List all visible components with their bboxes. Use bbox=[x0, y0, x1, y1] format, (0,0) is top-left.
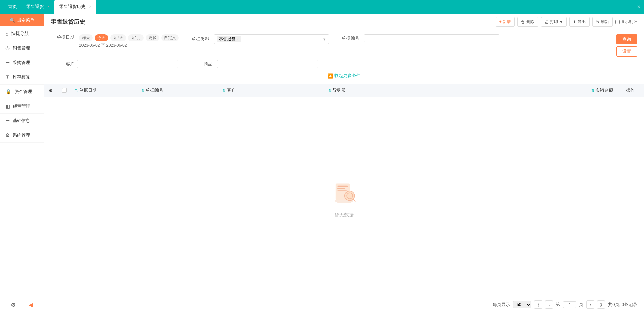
sidebar-item-purchase-mgmt[interactable]: ☰ 采购管理 bbox=[0, 55, 44, 70]
collapse-sidebar-icon[interactable]: ◀ bbox=[29, 302, 33, 308]
sidebar-item-operations[interactable]: ◧ 经营管理 bbox=[0, 99, 44, 114]
sidebar-label-sales-mgmt: 销售管理 bbox=[13, 45, 30, 51]
date-pill-1month[interactable]: 近1月 bbox=[128, 34, 144, 41]
th-customer[interactable]: ⇅ 客户 bbox=[219, 85, 324, 96]
tab-retail-return-history[interactable]: 零售退货历史 × bbox=[54, 0, 96, 14]
sidebar-search-label: 搜索菜单 bbox=[17, 17, 34, 23]
collapse-icon: 🔼 bbox=[328, 73, 333, 79]
tab-retail-return[interactable]: 零售退货 × bbox=[22, 0, 54, 14]
tab-retail-return-history-close[interactable]: × bbox=[89, 4, 91, 9]
page-number-input[interactable] bbox=[563, 301, 576, 308]
page-prev-button[interactable]: ‹ bbox=[545, 300, 553, 309]
table-header: ⚙ ⇅ 单据日期 ⇅ 单据编号 ⇅ 客户 ⇅ bbox=[44, 84, 644, 97]
th-operate-label: 操作 bbox=[626, 87, 635, 93]
settings-button[interactable]: 设置 bbox=[616, 46, 637, 57]
bill-no-input[interactable] bbox=[364, 34, 499, 42]
settings-gear-icon[interactable]: ⚙ bbox=[11, 302, 16, 308]
page-last-button[interactable]: ⟫ bbox=[597, 300, 605, 309]
sidebar-label-operations: 经营管理 bbox=[13, 103, 30, 109]
delete-button[interactable]: 🗑 删除 bbox=[517, 17, 538, 27]
tab-home-label: 首页 bbox=[8, 4, 17, 10]
select-all-checkbox[interactable] bbox=[62, 88, 67, 93]
sidebar: 🔍 搜索菜单 ⌂ 快捷导航 ◎ 销售管理 ☰ 采购管理 ⊞ 库存核算 🔒 资金管… bbox=[0, 14, 44, 312]
sidebar-item-basic-info[interactable]: ☰ 基础信息 bbox=[0, 114, 44, 128]
collapse-label: 收起更多条件 bbox=[334, 73, 361, 79]
export-label: 导出 bbox=[578, 19, 586, 25]
empty-text: 暂无数据 bbox=[335, 212, 354, 218]
bill-type-tag-close[interactable]: × bbox=[237, 37, 239, 41]
sort-guide-icon: ⇅ bbox=[329, 88, 332, 93]
th-spacer bbox=[406, 88, 560, 93]
main-layout: 🔍 搜索菜单 ⌂ 快捷导航 ◎ 销售管理 ☰ 采购管理 ⊞ 库存核算 🔒 资金管… bbox=[0, 14, 644, 312]
query-button[interactable]: 查询 bbox=[616, 34, 637, 44]
th-date[interactable]: ⇅ 单据日期 bbox=[71, 85, 138, 96]
date-pill-7days[interactable]: 近7天 bbox=[110, 34, 126, 41]
column-settings-icon[interactable]: ⚙ bbox=[49, 88, 53, 93]
content-area: 零售退货历史 + 新增 🗑 删除 🖨 打印 ▼ ⬆ bbox=[44, 14, 644, 312]
new-button[interactable]: + 新增 bbox=[496, 17, 515, 27]
page-next-button[interactable]: › bbox=[586, 300, 594, 309]
th-guide-label: 导购员 bbox=[333, 87, 346, 93]
th-checkbox[interactable] bbox=[57, 85, 71, 95]
tab-retail-return-close[interactable]: × bbox=[47, 4, 50, 9]
th-bill-no[interactable]: ⇅ 单据编号 bbox=[138, 85, 219, 96]
filter-row-1: 单据日期 昨天 今天 近7天 近1月 更多 自定义 2023-06-02 至 2… bbox=[51, 34, 637, 57]
tab-retail-return-label: 零售退货 bbox=[26, 4, 44, 10]
goods-input[interactable] bbox=[217, 60, 318, 68]
sidebar-item-sales-mgmt[interactable]: ◎ 销售管理 bbox=[0, 41, 44, 55]
window-close-button[interactable]: × bbox=[637, 3, 641, 10]
empty-state: 暂无数据 bbox=[44, 97, 644, 297]
toolbar-buttons: + 新增 🗑 删除 🖨 打印 ▼ ⬆ 导出 bbox=[496, 17, 637, 27]
th-customer-label: 客户 bbox=[227, 87, 236, 93]
export-icon: ⬆ bbox=[573, 20, 576, 24]
th-amount[interactable]: ⇅ 实销金额 bbox=[560, 85, 617, 96]
date-pills: 昨天 今天 近7天 近1月 更多 自定义 bbox=[79, 34, 179, 41]
th-settings[interactable]: ⚙ bbox=[44, 85, 57, 96]
date-pill-yesterday[interactable]: 昨天 bbox=[79, 34, 93, 41]
date-pill-today[interactable]: 今天 bbox=[95, 34, 108, 41]
filter-row-2: 客户 商品 bbox=[51, 60, 637, 68]
print-dropdown-icon: ▼ bbox=[559, 20, 563, 24]
page-end-label: 页 bbox=[579, 302, 583, 308]
display-detail-checkbox[interactable] bbox=[615, 20, 620, 24]
sidebar-search[interactable]: 🔍 搜索菜单 bbox=[0, 14, 44, 26]
query-button-label: 查询 bbox=[622, 37, 631, 42]
top-nav-bar: 首页 零售退货 × 零售退货历史 × × bbox=[0, 0, 644, 14]
th-amount-label: 实销金额 bbox=[595, 87, 613, 93]
inventory-icon: ⊞ bbox=[5, 74, 10, 80]
date-label: 单据日期 bbox=[51, 34, 74, 40]
filter-area: 单据日期 昨天 今天 近7天 近1月 更多 自定义 2023-06-02 至 2… bbox=[51, 31, 637, 84]
sidebar-item-finance[interactable]: 🔒 资金管理 bbox=[0, 85, 44, 99]
export-button[interactable]: ⬆ 导出 bbox=[569, 17, 590, 27]
bill-type-select[interactable]: 零售退货 × ▼ bbox=[214, 34, 329, 44]
date-pill-custom[interactable]: 自定义 bbox=[161, 34, 179, 41]
tab-retail-return-history-label: 零售退货历史 bbox=[59, 4, 86, 10]
print-button[interactable]: 🖨 打印 ▼ bbox=[541, 17, 567, 27]
sidebar-item-inventory[interactable]: ⊞ 库存核算 bbox=[0, 70, 44, 85]
collapse-row: 🔼 收起更多条件 bbox=[51, 69, 637, 80]
svg-rect-4 bbox=[337, 190, 347, 191]
svg-rect-2 bbox=[337, 186, 348, 187]
operations-icon: ◧ bbox=[5, 103, 10, 109]
refresh-button[interactable]: ↻ 刷新 bbox=[592, 17, 613, 27]
tab-home[interactable]: 首页 bbox=[3, 0, 22, 14]
customer-label: 客户 bbox=[51, 61, 74, 67]
date-range: 2023-06-02 至 2023-06-02 bbox=[79, 43, 179, 48]
per-page-select[interactable]: 50 100 200 bbox=[513, 301, 531, 308]
th-guide[interactable]: ⇅ 导购员 bbox=[325, 85, 406, 96]
print-label: 打印 bbox=[550, 19, 558, 25]
customer-input[interactable] bbox=[77, 60, 178, 68]
sidebar-item-system[interactable]: ⚙ 系统管理 bbox=[0, 128, 44, 143]
search-icon: 🔍 bbox=[9, 18, 15, 23]
sort-customer-icon: ⇅ bbox=[223, 88, 226, 93]
bill-type-tag: 零售退货 × bbox=[217, 36, 241, 42]
display-detail-toggle[interactable]: 显示明细 bbox=[615, 19, 637, 25]
sidebar-item-quick-nav[interactable]: ⌂ 快捷导航 bbox=[0, 26, 44, 41]
date-pill-more[interactable]: 更多 bbox=[146, 34, 159, 41]
per-page-label: 每页显示 bbox=[493, 302, 510, 308]
sort-date-icon: ⇅ bbox=[75, 88, 78, 93]
page-first-button[interactable]: ⟪ bbox=[534, 300, 542, 309]
collapse-button[interactable]: 🔼 收起更多条件 bbox=[322, 71, 366, 80]
system-icon: ⚙ bbox=[5, 132, 10, 138]
sidebar-bottom: ⚙ ◀ bbox=[0, 297, 44, 312]
